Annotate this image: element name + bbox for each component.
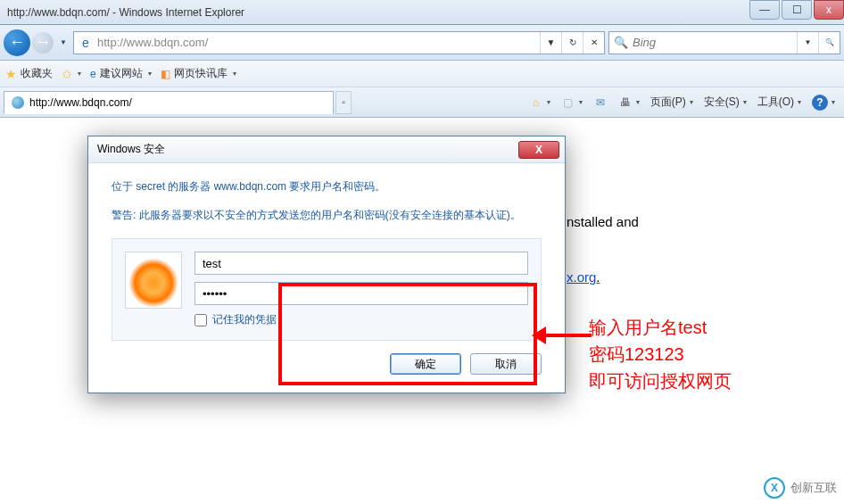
annotation-arrow-head [532,326,546,344]
search-bar: 🔍 ▼ 🔍 [608,31,840,54]
search-go-button[interactable]: 🔍 [818,32,840,54]
print-icon: 🖶 [618,95,633,110]
remember-checkbox[interactable] [194,314,207,326]
nav-history-dropdown[interactable]: ▼ [57,29,70,56]
dialog-message-1: 位于 secret 的服务器 www.bdqn.com 要求用户名和密码。 [112,179,542,194]
safety-menu[interactable]: 安全(S)▾ [699,95,752,110]
chevron-down-icon: ▾ [233,70,236,78]
stop-button[interactable]: ✕ [583,32,604,54]
minimize-button[interactable]: — [749,0,780,20]
user-image-icon [125,252,182,309]
help-icon: ? [812,95,828,111]
web-slice-link[interactable]: ◧ 网页快讯库 ▾ [161,66,236,81]
username-input[interactable] [194,252,528,275]
dialog-warning: 警告: 此服务器要求以不安全的方式发送您的用户名和密码(没有安全连接的基本认证)… [112,207,542,224]
home-icon: ⌂ [529,95,543,110]
feed-icon: ▢ [561,95,575,110]
annotation-arrow-line [538,334,592,337]
help-button[interactable]: ?▾ [807,95,840,111]
address-bar: e ▼ ↻ ✕ [73,31,605,54]
annotation-line-2: 密码123123 [589,341,732,368]
site-icon: e [74,36,97,50]
feeds-button[interactable]: ▢▾ [556,95,588,110]
ok-button[interactable]: 确定 [390,353,461,375]
close-button[interactable]: x [814,0,844,20]
watermark-text: 创新互联 [790,480,837,496]
safety-menu-label: 安全(S) [704,95,740,110]
page-menu[interactable]: 页面(P)▾ [645,95,699,110]
address-dropdown[interactable]: ▼ [540,32,561,54]
suggested-sites-link[interactable]: e 建议网站 ▾ [90,66,152,81]
favorites-bar: ★ 收藏夹 ✩ ▾ e 建议网站 ▾ ◧ 网页快讯库 ▾ [0,61,844,87]
maximize-button[interactable]: ☐ [782,0,812,20]
page-menu-label: 页面(P) [650,95,686,110]
star-icon: ✩ [62,67,72,81]
window-controls: — ☐ x [748,0,844,24]
link-text: x.org [567,269,596,285]
page-link-fragment[interactable]: x.org. [567,269,600,285]
window-title: http://www.bdqn.com/ - Windows Internet … [7,6,244,19]
password-input[interactable] [194,282,528,305]
navigation-bar: ← → ▼ e ▼ ↻ ✕ 🔍 ▼ 🔍 [0,25,844,61]
url-input[interactable] [97,36,540,49]
watermark-icon: X [764,477,785,499]
star-icon: ★ [5,67,17,81]
nav-back-group: ← → [4,28,54,58]
annotation-text: 输入用户名test 密码123123 即可访问授权网页 [589,314,732,394]
tools-menu-label: 工具(O) [757,95,794,110]
page-text-fragment: nstalled and [567,214,639,229]
suggested-label: 建议网站 [100,66,143,81]
print-button[interactable]: 🖶▾ [613,95,645,110]
window-titlebar: http://www.bdqn.com/ - Windows Internet … [0,0,844,25]
cancel-button[interactable]: 取消 [470,353,542,375]
search-icon: 🔍 [609,36,633,49]
watermark: X 创新互联 [764,477,837,499]
quick-label: 网页快讯库 [174,66,228,81]
dialog-title: Windows 安全 [97,142,165,157]
page-content: welcome to nginx! nstalled and x.org. Wi… [0,118,844,504]
chevron-down-icon: ▾ [547,98,550,106]
dialog-buttons: 确定 取消 [112,353,542,378]
chevron-down-icon: ▾ [832,98,835,106]
chevron-down-icon: ▾ [636,98,640,106]
refresh-button[interactable]: ↻ [561,32,583,54]
chevron-down-icon: ▾ [798,98,801,106]
favorites-button[interactable]: ★ 收藏夹 [5,66,53,81]
new-tab-button[interactable]: ▫ [335,91,352,114]
mail-icon: ✉ [593,95,608,110]
globe-icon: e [90,68,96,80]
forward-button[interactable]: → [32,32,54,54]
dialog-titlebar: Windows 安全 X [88,136,565,163]
tab-active[interactable]: http://www.bdqn.com/ [4,91,334,114]
credentials-box: 记住我的凭据 [112,238,542,341]
tab-icon [12,96,24,109]
search-dropdown-button[interactable]: ▼ [797,32,818,54]
chevron-down-icon: ▾ [148,70,152,78]
remember-checkbox-label[interactable]: 记住我的凭据 [194,312,528,327]
favorites-label: 收藏夹 [21,66,53,81]
chevron-down-icon: ▾ [690,98,693,106]
add-favorites-button[interactable]: ✩ ▾ [62,67,81,81]
dialog-body: 位于 secret 的服务器 www.bdqn.com 要求用户名和密码。 警告… [88,163,565,392]
annotation-line-3: 即可访问授权网页 [589,368,732,394]
chevron-down-icon: ▾ [78,70,81,78]
read-mail-button[interactable]: ✉ [588,95,613,110]
dialog-close-button[interactable]: X [518,141,559,159]
chevron-down-icon: ▾ [743,98,747,106]
chevron-down-icon: ▾ [579,98,583,106]
annotation-line-1: 输入用户名test [589,314,732,341]
tools-menu[interactable]: 工具(O)▾ [752,95,807,110]
auth-dialog: Windows 安全 X 位于 secret 的服务器 www.bdqn.com… [87,136,566,393]
feed-icon: ◧ [161,68,170,80]
link-dot: . [596,269,600,285]
credential-fields: 记住我的凭据 [194,252,528,327]
back-button[interactable]: ← [4,29,30,56]
search-input[interactable] [633,36,797,49]
tab-title: http://www.bdqn.com/ [29,96,132,109]
tab-bar: http://www.bdqn.com/ ▫ ⌂▾ ▢▾ ✉ 🖶▾ 页面(P)▾… [0,87,844,118]
remember-text: 记住我的凭据 [212,312,277,327]
home-button[interactable]: ⌂▾ [524,95,556,110]
